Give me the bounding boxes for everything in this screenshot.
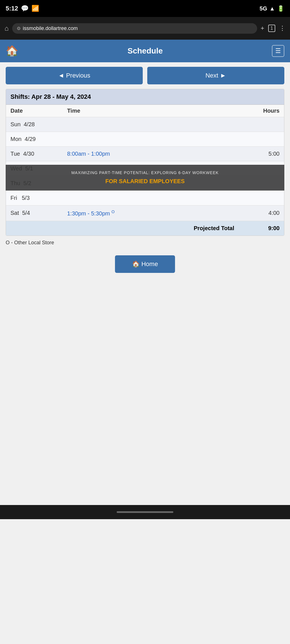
next-button[interactable]: Next ►	[147, 67, 284, 84]
schedule-column-headers: Date Time Hours	[6, 105, 284, 117]
hours-column-header: Hours	[240, 108, 280, 114]
status-left: 5:12 💬 📶	[6, 5, 39, 12]
app-header: 🏠 Schedule ☰	[0, 40, 290, 62]
home-browser-icon[interactable]: ⌂	[5, 24, 9, 32]
projected-spacer	[10, 225, 67, 232]
time-display: 5:12	[6, 5, 18, 12]
browser-bar: ⌂ ⚙ issmobile.dollartree.com + 1 ⋮	[0, 17, 290, 40]
home-button-container: 🏠 Home	[0, 250, 290, 279]
table-row: Fri 5/3	[6, 191, 284, 206]
bottom-bar-handle	[117, 511, 173, 513]
add-tab-icon[interactable]: +	[261, 25, 264, 32]
signal-icon: ▲	[269, 5, 275, 12]
network-label: 5G	[260, 5, 267, 12]
status-right: 5G ▲ 🔋	[260, 5, 284, 12]
schedule-legend: O - Other Local Store	[0, 236, 290, 250]
day-date-sun: Sun 4/28	[10, 121, 67, 128]
projected-label: Projected Total	[67, 225, 240, 232]
table-row-tue: Tue 4/30 8:00am - 1:00pm 5:00	[6, 147, 284, 161]
time-column-header: Time	[67, 108, 240, 114]
previous-button[interactable]: ◄ Previous	[6, 67, 143, 84]
projected-total-row: Projected Total 9:00	[6, 221, 284, 236]
browser-actions: + 1 ⋮	[261, 25, 285, 32]
table-row: Mon 4/29	[6, 132, 284, 147]
schedule-week-header: Shifts: Apr 28 - May 4, 2024	[6, 89, 284, 105]
table-row: Sun 4/28	[6, 117, 284, 132]
bottom-area	[0, 279, 290, 505]
ad-subtitle: FOR SALARIED EMPLOYEES	[11, 177, 279, 185]
shift-time-sat: 1:30pm - 5:30pm O	[67, 209, 240, 217]
app-home-button[interactable]: 🏠	[6, 45, 18, 57]
day-date-fri: Fri 5/3	[10, 195, 67, 201]
schedule-table: Shifts: Apr 28 - May 4, 2024 Date Time H…	[6, 89, 284, 236]
hamburger-icon: ☰	[275, 47, 281, 54]
day-date-tue: Tue 4/30	[10, 151, 67, 157]
ad-title: MAXIMIZING PART-TIME POTENTIAL: EXPLORIN…	[11, 170, 279, 176]
url-bar[interactable]: ⚙ issmobile.dollartree.com	[12, 23, 257, 34]
table-row-sat: Sat 5/4 1:30pm - 5:30pm O 4:00	[6, 206, 284, 221]
hours-sat: 4:00	[240, 210, 280, 216]
house-icon: 🏠	[6, 45, 18, 57]
url-text: issmobile.dollartree.com	[23, 25, 78, 31]
page-title: Schedule	[18, 46, 272, 55]
hours-tue: 5:00	[240, 151, 280, 157]
bottom-navigation-bar	[0, 505, 290, 519]
status-bar: 5:12 💬 📶 5G ▲ 🔋	[0, 0, 290, 17]
home-button[interactable]: 🏠 Home	[115, 255, 175, 273]
battery-icon: 🔋	[277, 5, 284, 12]
tab-count-badge[interactable]: 1	[268, 25, 275, 32]
projected-hours: 9:00	[240, 225, 280, 232]
date-column-header: Date	[10, 108, 67, 114]
chat-icon: 💬	[21, 5, 29, 12]
lock-icon: ⚙	[17, 26, 21, 31]
day-date-sat: Sat 5/4	[10, 210, 67, 216]
hamburger-menu-button[interactable]: ☰	[272, 45, 284, 57]
nav-buttons: ◄ Previous Next ►	[0, 62, 290, 89]
shift-time-tue: 8:00am - 1:00pm	[67, 151, 240, 157]
ad-banner: MAXIMIZING PART-TIME POTENTIAL: EXPLORIN…	[6, 165, 284, 191]
more-options-icon[interactable]: ⋮	[279, 25, 285, 32]
wifi-question-icon: 📶	[31, 5, 39, 12]
day-date-mon: Mon 4/29	[10, 136, 67, 142]
